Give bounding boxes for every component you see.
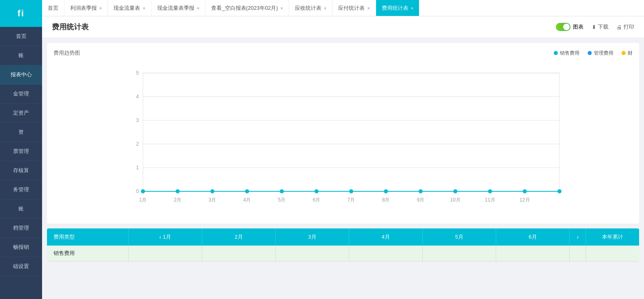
svg-point-19 [349, 189, 353, 193]
svg-rect-12 [143, 73, 559, 191]
tab-payable[interactable]: 应付统计表 × [332, 0, 376, 16]
sidebar-item-inventory[interactable]: 存核算 [0, 161, 42, 180]
sidebar-item-archive[interactable]: 档管理 [0, 219, 42, 238]
th-ytd: 本年累计 [586, 228, 639, 246]
print-button[interactable]: 🖨 打印 [617, 23, 634, 31]
th-m4: 4月 [349, 228, 423, 246]
td-m3 [276, 246, 349, 261]
svg-text:1月: 1月 [139, 197, 147, 203]
tab-home[interactable]: 首页 [42, 0, 65, 16]
legend-sales: 销售费用 [554, 50, 579, 57]
svg-text:1: 1 [136, 165, 139, 171]
svg-text:12月: 12月 [519, 197, 530, 203]
legend-dot-admin [588, 51, 592, 55]
chart-svg: 5 4 3 2 1 0 [53, 61, 633, 216]
svg-point-15 [210, 189, 214, 193]
td-m5 [423, 246, 496, 261]
table-row: 销售费用 [47, 246, 639, 261]
sidebar-item-service[interactable]: 务管理 [0, 180, 42, 199]
legend-dot-sales [554, 51, 558, 55]
svg-text:4月: 4月 [243, 197, 251, 203]
tab-close-profit-quarterly[interactable]: × [99, 6, 102, 11]
svg-text:10月: 10月 [450, 197, 460, 203]
legend-finance: 财 [622, 50, 633, 57]
tab-close-cashflow[interactable]: × [143, 6, 145, 11]
table-section: 费用类型 ‹ 1月 2月 3月 4月 5月 6月 › 本年累计 销售费用 [47, 228, 639, 261]
svg-point-16 [245, 189, 249, 193]
chart-section: 费用趋势图 销售费用 管理费用 财 [47, 43, 639, 224]
sidebar-item-investment[interactable]: 资 [0, 123, 42, 142]
tab-profit-quarterly[interactable]: 利润表季报 × [65, 0, 108, 16]
svg-text:5: 5 [136, 70, 139, 76]
svg-point-21 [419, 189, 423, 193]
td-type: 销售费用 [47, 246, 129, 261]
svg-text:2: 2 [136, 141, 139, 147]
download-button[interactable]: ⬇ 下载 [592, 23, 608, 31]
legend-label-admin: 管理费用 [594, 50, 613, 57]
page-actions: 图表 ⬇ 下载 🖨 打印 [556, 23, 634, 31]
svg-text:5月: 5月 [278, 197, 286, 203]
svg-point-24 [523, 189, 527, 193]
th-type: 费用类型 [47, 228, 129, 246]
page-title: 费用统计表 [52, 22, 89, 32]
tab-blank-report[interactable]: 查看_空白报表(2023年02月) × [205, 0, 289, 16]
sidebar: fi 首页 账 报表中心 金管理 定资产 资 票管理 存核算 务管理 账 档管理… [0, 0, 42, 299]
th-m3: 3月 [276, 228, 349, 246]
td-m4 [349, 246, 423, 261]
th-nav-next[interactable]: › [570, 228, 586, 246]
svg-text:3月: 3月 [209, 197, 216, 203]
th-m6: 6月 [496, 228, 570, 246]
td-nav [570, 246, 586, 261]
table-header: 费用类型 ‹ 1月 2月 3月 4月 5月 6月 › 本年累计 [47, 228, 639, 246]
next-arrow-icon[interactable]: › [577, 234, 579, 240]
svg-point-22 [453, 189, 457, 193]
td-m1 [129, 246, 202, 261]
svg-point-23 [488, 189, 492, 193]
sidebar-item-settings[interactable]: 础设置 [0, 257, 42, 276]
chart-canvas: 5 4 3 2 1 0 [53, 61, 633, 217]
th-m1: ‹ 1月 [129, 228, 202, 246]
tab-expense[interactable]: 费用统计表 × [376, 0, 419, 16]
sidebar-item-fixed-assets[interactable]: 定资产 [0, 104, 42, 123]
tab-cashflow-quarterly[interactable]: 现金流量表季报 × [152, 0, 205, 16]
sidebar-item-invoice[interactable]: 票管理 [0, 142, 42, 161]
tab-close-blank-report[interactable]: × [281, 6, 283, 11]
sidebar-item-unblock[interactable]: 畅报销 [0, 238, 42, 257]
svg-text:6月: 6月 [313, 197, 321, 203]
legend-admin: 管理费用 [588, 50, 613, 57]
tab-close-cashflow-quarterly[interactable]: × [197, 6, 199, 11]
td-ytd [586, 246, 639, 261]
tab-close-payable[interactable]: × [367, 6, 370, 11]
legend-label-sales: 销售费用 [560, 50, 579, 57]
logo: fi [0, 0, 42, 27]
svg-text:4: 4 [136, 94, 139, 100]
svg-text:11月: 11月 [485, 197, 495, 203]
chart-toggle-wrap: 图表 [556, 23, 584, 31]
chart-toggle[interactable] [556, 23, 570, 31]
chart-title: 费用趋势图 [53, 49, 80, 57]
tab-close-expense[interactable]: × [411, 6, 413, 11]
legend-label-finance: 财 [628, 50, 633, 57]
svg-text:8月: 8月 [382, 197, 390, 203]
tab-receivable[interactable]: 应收统计表 × [289, 0, 332, 16]
svg-point-20 [384, 189, 388, 193]
chart-legend: 销售费用 管理费用 财 [554, 50, 633, 57]
svg-text:2月: 2月 [174, 197, 182, 203]
sidebar-item-account[interactable]: 账 [0, 46, 42, 65]
sidebar-item-payroll[interactable]: 账 [0, 199, 42, 219]
tab-cashflow[interactable]: 现金流量表 × [108, 0, 151, 16]
print-icon: 🖨 [617, 24, 622, 30]
svg-point-14 [176, 189, 180, 193]
sidebar-item-home[interactable]: 首页 [0, 27, 42, 46]
sidebar-item-fund[interactable]: 金管理 [0, 84, 42, 104]
sidebar-item-report-center[interactable]: 报表中心 [0, 65, 42, 84]
main-area: 首页 利润表季报 × 现金流量表 × 现金流量表季报 × 查看_空白报表(202… [42, 0, 644, 299]
tab-bar: 首页 利润表季报 × 现金流量表 × 现金流量表季报 × 查看_空白报表(202… [42, 0, 644, 16]
chart-toggle-label: 图表 [573, 23, 584, 31]
th-nav-prev[interactable]: ‹ [159, 234, 161, 240]
svg-point-25 [557, 189, 562, 193]
content-area: 费用统计表 图表 ⬇ 下载 🖨 打印 费用趋势图 [42, 16, 644, 299]
tab-close-receivable[interactable]: × [324, 6, 326, 11]
th-m2: 2月 [202, 228, 276, 246]
legend-dot-finance [622, 51, 626, 55]
